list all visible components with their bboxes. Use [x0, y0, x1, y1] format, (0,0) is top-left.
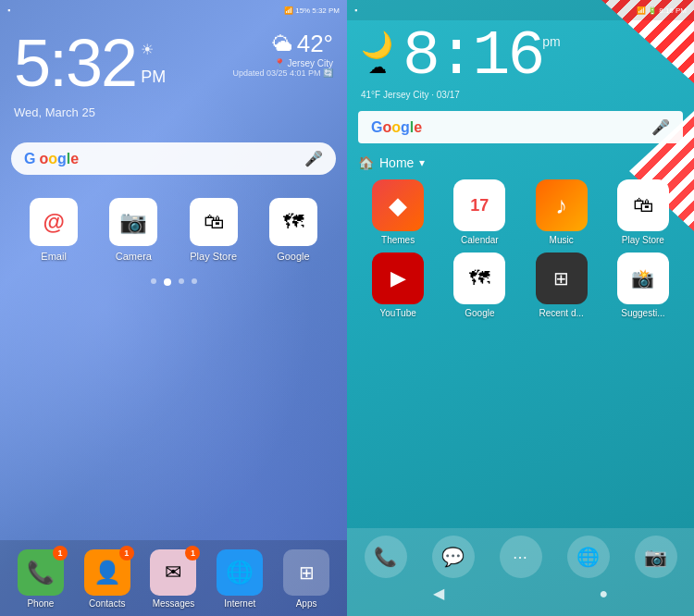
- left-playstore-label: Play Store: [190, 251, 237, 262]
- messages-dock-icon: ✉ 1: [150, 549, 196, 596]
- right-app-playstore[interactable]: 🛍 Play Store: [606, 179, 680, 245]
- right-dock-apps[interactable]: ⋯: [500, 536, 542, 578]
- right-clock-section: 🌙 ☁ 8:16 pm: [347, 20, 694, 88]
- right-dock-camera[interactable]: 📷: [635, 536, 677, 578]
- left-dock-messages[interactable]: ✉ 1 Messages: [150, 549, 196, 609]
- home-dot[interactable]: ●: [591, 583, 615, 605]
- apps-dock-icon: ⊞: [283, 549, 329, 596]
- weather-widget: 🌥 42° 📍 Jersey City Updated 03/25 4:01 P…: [232, 30, 333, 78]
- calendar-icon: 17: [453, 179, 505, 231]
- home-bar[interactable]: 🏠 Home ▾: [347, 151, 694, 175]
- right-status-right: 📶 🔋 8:16 PM: [637, 6, 687, 15]
- moon-weather-widget: 🌙 ☁: [361, 25, 393, 78]
- left-clock-weather: 5:32 ☀ PM 🌥 42° 📍 Jersey City Updated 03…: [0, 20, 347, 101]
- page-dots: [0, 271, 347, 293]
- right-google-o1: o: [382, 119, 391, 136]
- right-youtube-label: YouTube: [379, 308, 415, 318]
- right-status-left: ▪: [354, 6, 357, 15]
- right-dock-messages[interactable]: 💬: [432, 536, 475, 578]
- left-ampm: PM: [141, 68, 166, 87]
- left-messages-label: Messages: [153, 598, 195, 609]
- left-camera-label: Camera: [116, 251, 152, 262]
- right-music-label: Music: [550, 235, 574, 245]
- right-app-music[interactable]: ♪ Music: [525, 179, 599, 245]
- right-google-e: e: [414, 119, 651, 136]
- right-google-icon: 🗺: [453, 253, 505, 304]
- left-notification-icon: ▪: [7, 6, 10, 15]
- messages-badge: 1: [185, 546, 200, 561]
- left-date: Wed, March 25: [0, 101, 347, 124]
- left-clock-time: 5:32: [14, 30, 136, 96]
- left-sun-icon: ☀: [141, 41, 154, 58]
- right-ampm: pm: [542, 34, 560, 49]
- youtube-icon: ▶: [372, 253, 424, 304]
- right-app-google[interactable]: 🗺 Google: [442, 253, 516, 318]
- left-dock: 📞 1 Phone 👤 1 Contacts ✉ 1 Messages 🌐 In…: [0, 540, 347, 616]
- left-app-playstore[interactable]: 🛍 Play Store: [181, 198, 246, 262]
- left-google-label: Google: [277, 251, 309, 262]
- right-mic-icon[interactable]: 🎤: [651, 118, 670, 136]
- right-app-suggest[interactable]: 📸 Suggesti...: [606, 253, 680, 318]
- right-status-bar: ▪ 📶 🔋 8:16 PM: [347, 0, 694, 20]
- right-dock-phone[interactable]: 📞: [365, 536, 407, 578]
- left-dock-apps[interactable]: ⊞ Apps: [283, 549, 329, 609]
- right-playstore-icon: 🛍: [617, 179, 669, 231]
- right-recent-label: Recent d...: [539, 308, 583, 318]
- left-phone-screen: ▪ 📶 15% 5:32 PM 5:32 ☀ PM 🌥 42° 📍 Jersey…: [0, 0, 347, 616]
- right-app-recent[interactable]: ⊞ Recent d...: [525, 253, 599, 318]
- google-maps-icon: 🗺: [269, 198, 317, 246]
- google-logo-o2: o: [48, 151, 57, 167]
- right-app-youtube[interactable]: ▶ YouTube: [361, 253, 435, 318]
- home-chevron-icon: ▾: [419, 156, 425, 169]
- left-status-right: 📶 15% 5:32 PM: [284, 6, 340, 15]
- left-mic-icon[interactable]: 🎤: [304, 150, 323, 167]
- right-google-g2: g: [401, 119, 410, 136]
- left-dock-contacts[interactable]: 👤 1 Contacts: [84, 549, 130, 609]
- right-phone-screen: ▪ 📶 🔋 8:16 PM 🌙 ☁ 8:16 pm 41°F Jersey Ci…: [347, 0, 694, 616]
- left-status-bar: ▪ 📶 15% 5:32 PM: [0, 0, 347, 20]
- home-house-icon: 🏠: [358, 155, 374, 170]
- right-themes-label: Themes: [381, 235, 415, 245]
- left-app-email[interactable]: @ Email: [21, 198, 86, 262]
- weather-updated: Updated 03/25 4:01 PM 🔄: [232, 68, 333, 78]
- weather-temp: 42°: [297, 30, 333, 58]
- right-clock-container: 8:16 pm: [403, 25, 561, 88]
- right-dock-row: 📞 💬 ⋯ 🌐 📷: [352, 536, 689, 578]
- left-dock-internet[interactable]: 🌐 Internet: [217, 549, 263, 609]
- left-google-search[interactable]: G o o g l e 🎤: [11, 142, 336, 175]
- themes-icon: ◆: [372, 179, 424, 231]
- right-google-search[interactable]: G o o g l e 🎤: [358, 111, 683, 143]
- right-weather-sub: 41°F Jersey City · 03/17: [347, 88, 694, 102]
- suggest-icon: 📸: [617, 253, 669, 304]
- weather-top: 🌥 42°: [272, 30, 333, 58]
- left-apps-label: Apps: [296, 598, 317, 609]
- contacts-dock-icon: 👤 1: [84, 549, 130, 596]
- right-app-themes[interactable]: ◆ Themes: [361, 179, 435, 245]
- right-signal-icon: 📶: [637, 6, 646, 15]
- back-button[interactable]: ◀: [426, 582, 452, 605]
- google-logo-o1: o: [39, 151, 48, 167]
- right-calendar-label: Calendar: [461, 235, 499, 245]
- right-dock-chrome[interactable]: 🌐: [567, 536, 610, 578]
- left-time: 5:32 PM: [312, 6, 340, 15]
- left-app-google[interactable]: 🗺 Google: [261, 198, 326, 262]
- phone-dock-icon: 📞 1: [18, 549, 64, 596]
- right-google-g: G: [371, 119, 382, 136]
- internet-dock-icon: 🌐: [217, 549, 263, 596]
- left-dock-phone[interactable]: 📞 1 Phone: [18, 549, 64, 609]
- right-dock: 📞 💬 ⋯ 🌐 📷 ◀ ●: [347, 528, 694, 616]
- google-logo-e: e: [70, 151, 304, 167]
- weather-location: 📍 Jersey City: [274, 58, 333, 68]
- contacts-badge: 1: [119, 546, 134, 561]
- weather-cloud-icon: 🌥: [272, 32, 292, 56]
- home-label: Home: [379, 155, 414, 170]
- right-google-o2: o: [391, 119, 401, 136]
- right-app-calendar[interactable]: 17 Calendar: [442, 179, 516, 245]
- battery-text: 15%: [295, 6, 310, 15]
- camera-icon: 📷: [109, 198, 157, 246]
- phone-badge: 1: [53, 546, 68, 561]
- left-status-left: ▪: [7, 6, 10, 15]
- left-app-camera[interactable]: 📷 Camera: [101, 198, 166, 262]
- right-clock-time: 8:16: [403, 25, 542, 88]
- signal-icon: 📶: [284, 6, 293, 15]
